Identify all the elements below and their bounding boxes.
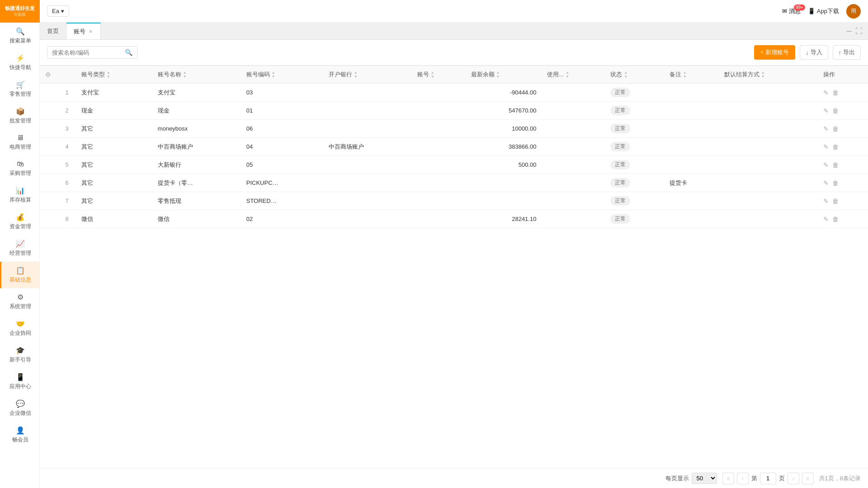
col-name-label: 账号名称: [158, 70, 181, 79]
row-account-1: [412, 84, 466, 102]
last-page-button[interactable]: »: [802, 473, 814, 484]
export-icon: ↑: [839, 49, 842, 56]
search-icon: 🔍: [16, 27, 25, 36]
edit-icon-3[interactable]: ✎: [823, 125, 829, 132]
row-type-2: 现金: [76, 102, 152, 120]
wholesale-icon: 📦: [16, 107, 25, 116]
page-size-dropdown[interactable]: 50 100 200: [692, 473, 717, 484]
col-usage[interactable]: 使用... ▲▼: [542, 66, 605, 84]
sidebar-item-enterprise[interactable]: 🤝 企业协同: [0, 315, 39, 342]
sort-balance-icon[interactable]: ▲▼: [496, 70, 500, 79]
edit-icon-7[interactable]: ✎: [823, 197, 829, 205]
col-balance[interactable]: 最新余额 ▲▼: [466, 66, 542, 84]
sidebar-item-basicinfo[interactable]: 📋 基础信息: [0, 262, 39, 288]
edit-icon-8[interactable]: ✎: [823, 216, 829, 223]
tab-maximize-icon[interactable]: ⛶: [855, 27, 863, 35]
app-download-button[interactable]: 📱 App下载: [808, 7, 839, 15]
sidebar-item-corpwechat[interactable]: 💬 企业微信: [0, 395, 39, 422]
company-dropdown[interactable]: Ea ▾: [47, 5, 69, 17]
delete-icon-6[interactable]: 🗑: [832, 179, 839, 187]
row-type-3: 其它: [76, 120, 152, 138]
search-box[interactable]: 🔍: [47, 46, 137, 59]
col-account[interactable]: 账号 ▲▼: [412, 66, 466, 84]
sort-status-icon[interactable]: ▲▼: [624, 70, 627, 79]
sidebar-item-label-corpwechat: 企业微信: [9, 409, 31, 417]
import-button[interactable]: ↓ 导入: [800, 45, 828, 60]
tab-home[interactable]: 首页: [40, 23, 66, 39]
export-button[interactable]: ↑ 导出: [833, 45, 861, 60]
sort-code-icon[interactable]: ▲▼: [272, 70, 275, 79]
row-note-6: 提货卡: [664, 174, 719, 192]
delete-icon-2[interactable]: 🗑: [832, 107, 839, 114]
sidebar-item-appcenter[interactable]: 📱 应用中心: [0, 368, 39, 395]
delete-icon-7[interactable]: 🗑: [832, 197, 839, 205]
row-settings-6: [40, 174, 58, 192]
delete-icon-4[interactable]: 🗑: [832, 143, 839, 150]
row-usage-1: [542, 84, 605, 102]
row-note-8: [664, 210, 719, 228]
sidebar-item-ecommerce[interactable]: 🖥 电商管理: [0, 129, 39, 155]
sidebar-item-operations[interactable]: 📈 经营管理: [0, 235, 39, 262]
col-name[interactable]: 账号名称 ▲▼: [152, 66, 241, 84]
sidebar-item-label-retail: 零售管理: [9, 90, 31, 98]
edit-icon-4[interactable]: ✎: [823, 143, 829, 150]
col-bank[interactable]: 开户银行 ▲▼: [323, 66, 412, 84]
sidebar-item-member[interactable]: 👤 畅会员: [0, 422, 39, 448]
avatar[interactable]: 用: [846, 4, 861, 19]
sidebar-item-wholesale[interactable]: 📦 批发管理: [0, 103, 39, 129]
sidebar-item-purchase[interactable]: 🛍 采购管理: [0, 155, 39, 182]
edit-icon-2[interactable]: ✎: [823, 107, 829, 114]
sidebar-item-search[interactable]: 🔍 搜索菜单: [0, 23, 39, 49]
col-type-label: 账号类型: [81, 70, 105, 79]
corpwechat-icon: 💬: [16, 399, 25, 408]
edit-icon-5[interactable]: ✎: [823, 161, 829, 169]
sort-account-icon[interactable]: ▲▼: [431, 70, 434, 79]
sort-default-payment-icon[interactable]: ▲▼: [761, 70, 765, 79]
col-type[interactable]: 账号类型 ▲▼: [76, 66, 152, 84]
settings-col-icon[interactable]: ⚙: [45, 71, 51, 78]
row-name-4: 中百商场账户: [152, 138, 241, 156]
tab-minimize-icon[interactable]: ─: [847, 27, 852, 35]
prev-page-button[interactable]: ‹: [737, 473, 749, 484]
message-button[interactable]: ✉ 消息 99+: [782, 7, 801, 15]
next-page-button[interactable]: ›: [788, 473, 799, 484]
page-input[interactable]: [760, 473, 776, 484]
sidebar-item-retail[interactable]: 🛒 零售管理: [0, 76, 39, 103]
delete-icon-1[interactable]: 🗑: [832, 89, 839, 96]
sort-bank-icon[interactable]: ▲▼: [354, 70, 358, 79]
add-account-button[interactable]: + 新增账号: [754, 45, 795, 60]
sort-usage-icon[interactable]: ▲▼: [566, 70, 569, 79]
delete-icon-5[interactable]: 🗑: [832, 161, 839, 169]
tab-close-icon[interactable]: ×: [88, 28, 93, 36]
basicinfo-icon: 📋: [16, 266, 25, 275]
delete-icon-8[interactable]: 🗑: [832, 216, 839, 223]
table-row: 7 其它 零售抵现 STORED… 正常 ✎ 🗑: [40, 192, 868, 210]
page-suffix-label: 页: [779, 474, 785, 483]
col-default-payment[interactable]: 默认结算方式 ▲▼: [719, 66, 818, 84]
row-code-8: 02: [241, 210, 323, 228]
search-input[interactable]: [52, 49, 122, 56]
sidebar-item-finance[interactable]: 💰 资金管理: [0, 208, 39, 235]
row-balance-2: 547670.00: [466, 102, 542, 120]
sort-note-icon[interactable]: ▲▼: [683, 70, 687, 79]
first-page-button[interactable]: «: [722, 473, 734, 484]
sidebar-item-inventory[interactable]: 📊 库存核算: [0, 182, 39, 208]
sidebar-item-label-inventory: 库存核算: [9, 196, 31, 204]
sort-type-icon[interactable]: ▲▼: [107, 70, 110, 79]
delete-icon-3[interactable]: 🗑: [832, 125, 839, 132]
sidebar-item-shortcut[interactable]: ⚡ 快捷导航: [0, 49, 39, 76]
row-account-4: [412, 138, 466, 156]
edit-icon-1[interactable]: ✎: [823, 89, 829, 96]
tab-account[interactable]: 账号 ×: [66, 23, 101, 39]
sidebar-item-newguide[interactable]: 🎓 新手引导: [0, 342, 39, 368]
col-code[interactable]: 账号编码 ▲▼: [241, 66, 323, 84]
sort-name-icon[interactable]: ▲▼: [183, 70, 187, 79]
edit-icon-6[interactable]: ✎: [823, 179, 829, 187]
row-account-6: [412, 174, 466, 192]
row-note-7: [664, 192, 719, 210]
sidebar-item-system[interactable]: ⚙ 系统管理: [0, 288, 39, 315]
row-settings-3: [40, 120, 58, 138]
col-note[interactable]: 备注 ▲▼: [664, 66, 719, 84]
tabbar: 首页 账号 × ─ ⛶: [40, 23, 868, 40]
col-status[interactable]: 状态 ▲▼: [605, 66, 664, 84]
